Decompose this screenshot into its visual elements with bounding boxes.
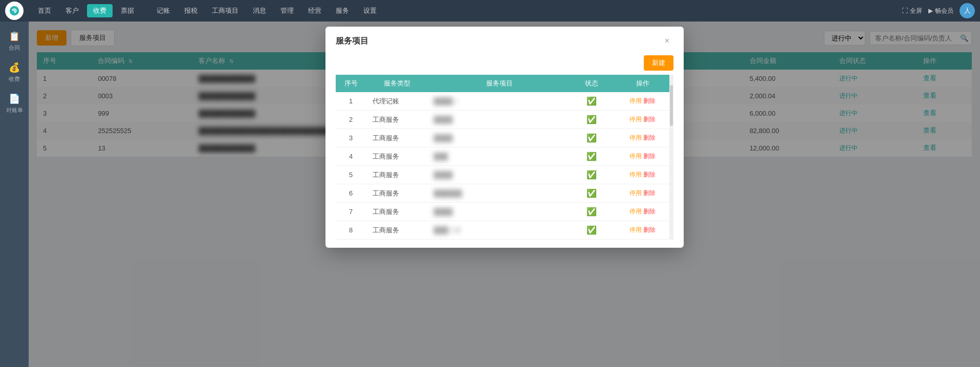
- nav-item-service[interactable]: 服务: [330, 4, 355, 17]
- modal-header: 服务项目 ×: [325, 27, 684, 51]
- fullscreen-label: 全屏: [910, 7, 922, 15]
- modal-cell-item: ███注册: [428, 221, 571, 240]
- status-check-icon: ✅: [586, 152, 597, 161]
- modal-table-row: 3 工商服务 ████ ✅ 停用 删除: [336, 129, 673, 147]
- main-content: 新增 服务项目 进行中 已结束 全部 🔍 序号 合同编码 ⇅: [29, 21, 980, 367]
- nav-right: ⛶ 全屏 ▶ 畅会员 人: [902, 3, 975, 18]
- stop-button[interactable]: 停用: [629, 189, 642, 198]
- modal-table-header: 序号 服务类型 服务项目 状态 操作: [336, 75, 673, 92]
- modal-col-item: 服务项目: [428, 75, 571, 92]
- sidebar: 📋 合同 💰 收费 📄 对账单: [0, 21, 29, 367]
- app-logo: [5, 2, 24, 20]
- modal-cell-status: ✅: [571, 147, 612, 166]
- modal-title: 服务项目: [336, 36, 368, 47]
- status-check-icon: ✅: [586, 97, 597, 105]
- modal-cell-status: ✅: [571, 129, 612, 147]
- delete-button[interactable]: 删除: [643, 115, 656, 124]
- sidebar-item-fees[interactable]: 💰 收费: [2, 58, 27, 87]
- nav-item-bills[interactable]: 票据: [115, 4, 148, 17]
- service-items-table: 序号 服务类型 服务项目 状态 操作 1 代理记账 ████ 1 ✅ 停用: [336, 75, 673, 240]
- stop-button[interactable]: 停用: [629, 226, 642, 234]
- modal-new-button[interactable]: 新建: [644, 55, 673, 71]
- modal-cell-action: 停用 删除: [612, 166, 673, 184]
- status-check-icon: ✅: [586, 207, 597, 216]
- nav-item-accounting[interactable]: 记账: [150, 4, 176, 17]
- modal-table-row: 2 工商服务 ████ ✅ 停用 删除: [336, 111, 673, 129]
- status-check-icon: ✅: [586, 134, 597, 142]
- modal-cell-type: 工商服务: [366, 166, 428, 184]
- modal-cell-type: 工商服务: [366, 129, 428, 147]
- stop-button[interactable]: 停用: [629, 134, 642, 142]
- scrollbar-thumb: [670, 85, 673, 126]
- modal-toolbar: 新建: [325, 51, 684, 75]
- modal-cell-item: ███: [428, 147, 571, 166]
- delete-button[interactable]: 删除: [643, 97, 656, 105]
- modal-cell-type: 工商服务: [366, 184, 428, 203]
- modal-cell-no: 1: [336, 92, 366, 111]
- stop-button[interactable]: 停用: [629, 207, 642, 216]
- modal-table-row: 8 工商服务 ███注册 ✅ 停用 删除: [336, 221, 673, 240]
- modal-cell-status: ✅: [571, 221, 612, 240]
- modal-cell-type: 代理记账: [366, 92, 428, 111]
- modal-cell-action: 停用 删除: [612, 111, 673, 129]
- nav-items: 首页 客户 收费 票据 记账 报税 工商项目 消息 管理 经营 服务 设置: [32, 4, 902, 17]
- sidebar-label-reconciliation: 对账单: [6, 106, 23, 114]
- status-check-icon: ✅: [586, 226, 597, 234]
- sidebar-label-contract: 合同: [9, 44, 20, 52]
- delete-button[interactable]: 删除: [643, 134, 656, 142]
- sidebar-item-contract[interactable]: 📋 合同: [2, 27, 27, 56]
- modal-table-row: 6 工商服务 ██████ ✅ 停用 删除: [336, 184, 673, 203]
- member-button[interactable]: ▶ 畅会员: [928, 7, 953, 15]
- modal-table-row: 4 工商服务 ███ ✅ 停用 删除: [336, 147, 673, 166]
- modal-cell-item: ████: [428, 203, 571, 221]
- member-icon: ▶: [928, 7, 933, 14]
- stop-button[interactable]: 停用: [629, 152, 642, 161]
- nav-item-business[interactable]: 工商项目: [206, 4, 245, 17]
- fullscreen-icon: ⛶: [902, 7, 908, 14]
- modal-cell-type: 工商服务: [366, 147, 428, 166]
- modal-cell-no: 5: [336, 166, 366, 184]
- sidebar-item-reconciliation[interactable]: 📄 对账单: [2, 89, 27, 118]
- modal-col-no: 序号: [336, 75, 366, 92]
- modal-cell-status: ✅: [571, 203, 612, 221]
- modal-cell-item: ████: [428, 111, 571, 129]
- status-check-icon: ✅: [586, 189, 597, 198]
- nav-item-fees[interactable]: 收费: [87, 4, 113, 17]
- modal-table-body: 1 代理记账 ████ 1 ✅ 停用 删除 2 工商服务 ████ ✅ 停用 删…: [336, 92, 673, 240]
- delete-button[interactable]: 删除: [643, 207, 656, 216]
- stop-button[interactable]: 停用: [629, 115, 642, 124]
- status-check-icon: ✅: [586, 170, 597, 179]
- modal-close-button[interactable]: ×: [661, 35, 673, 47]
- nav-item-operation[interactable]: 经营: [302, 4, 328, 17]
- delete-button[interactable]: 删除: [643, 152, 656, 161]
- reconciliation-icon: 📄: [9, 93, 20, 104]
- modal-cell-status: ✅: [571, 166, 612, 184]
- stop-button[interactable]: 停用: [629, 97, 642, 105]
- fullscreen-button[interactable]: ⛶ 全屏: [902, 7, 922, 15]
- modal-cell-item: ██████: [428, 184, 571, 203]
- status-check-icon: ✅: [586, 115, 597, 124]
- nav-item-home[interactable]: 首页: [32, 4, 57, 17]
- scrollbar-track[interactable]: [669, 75, 673, 240]
- modal-cell-action: 停用 删除: [612, 129, 673, 147]
- member-label: 畅会员: [935, 7, 953, 15]
- modal-cell-no: 4: [336, 147, 366, 166]
- nav-item-message[interactable]: 消息: [247, 4, 272, 17]
- modal-cell-action: 停用 删除: [612, 147, 673, 166]
- nav-item-customer[interactable]: 客户: [59, 4, 85, 17]
- user-avatar[interactable]: 人: [960, 3, 975, 18]
- fees-icon: 💰: [9, 62, 20, 73]
- nav-item-tax[interactable]: 报税: [178, 4, 204, 17]
- nav-item-settings[interactable]: 设置: [357, 4, 383, 17]
- delete-button[interactable]: 删除: [643, 189, 656, 198]
- stop-button[interactable]: 停用: [629, 170, 642, 179]
- top-nav: 首页 客户 收费 票据 记账 报税 工商项目 消息 管理 经营 服务 设置 ⛶ …: [0, 0, 980, 21]
- modal-cell-action: 停用 删除: [612, 221, 673, 240]
- modal-cell-item: ████: [428, 166, 571, 184]
- modal-overlay[interactable]: 服务项目 × 新建 序号 服务类型 服务项目: [29, 21, 980, 367]
- modal-cell-type: 工商服务: [366, 203, 428, 221]
- modal-cell-action: 停用 删除: [612, 184, 673, 203]
- nav-item-manage[interactable]: 管理: [274, 4, 300, 17]
- delete-button[interactable]: 删除: [643, 226, 656, 234]
- delete-button[interactable]: 删除: [643, 170, 656, 179]
